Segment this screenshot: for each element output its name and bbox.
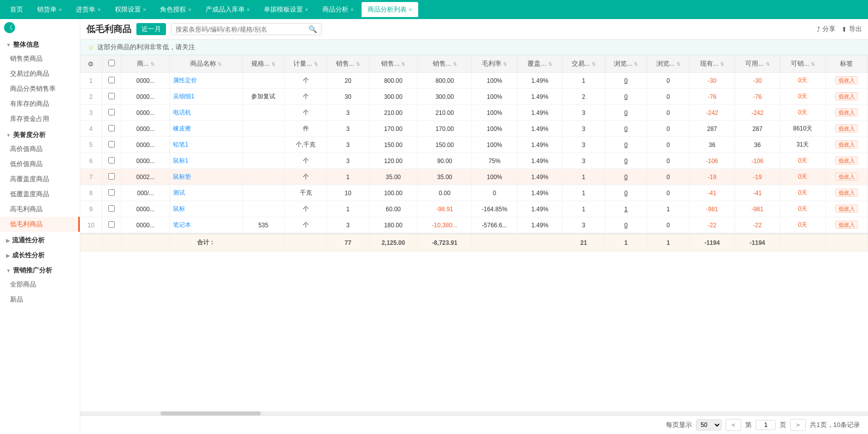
nav-sales-close[interactable]: × (59, 7, 62, 13)
nav-product-analysis-close[interactable]: × (351, 7, 354, 13)
search-input[interactable] (176, 26, 308, 33)
row-checkbox-input[interactable] (108, 125, 115, 131)
export-btn[interactable]: ⬆ 导出 (841, 25, 862, 34)
sidebar-item-new-goods[interactable]: 新品 (0, 292, 80, 307)
col-sellable[interactable]: 可销... ⇅ (780, 55, 825, 73)
col-sales-amount[interactable]: 销售... ⇅ (418, 55, 472, 73)
next-page-btn[interactable]: ＞ (790, 419, 806, 431)
row-checkbox[interactable] (102, 73, 121, 89)
col-sales-price[interactable]: 销售... ⇅ (369, 55, 417, 73)
row-name[interactable]: 笔记本 (169, 217, 242, 233)
nav-purchase[interactable]: 进货单 × (70, 2, 106, 17)
nav-home[interactable]: 首页 (4, 2, 29, 17)
row-name[interactable]: 铅笔1 (169, 137, 242, 153)
row-checkbox[interactable] (102, 89, 121, 105)
page-size-select[interactable]: 50 100 200 (696, 419, 722, 430)
row-checkbox-input[interactable] (108, 141, 115, 148)
sidebar-item-stock-capital[interactable]: 库存资金占用 (0, 111, 80, 126)
row-checkbox-input[interactable] (108, 77, 115, 83)
row-checkbox-input[interactable] (108, 109, 115, 115)
horizontal-scrollbar[interactable] (80, 411, 868, 415)
row-checkbox[interactable] (102, 169, 121, 185)
nav-template-close[interactable]: × (305, 7, 308, 13)
nav-role-close[interactable]: × (188, 7, 191, 13)
sidebar-item-category-rate[interactable]: 商品分类销售率 (0, 81, 80, 96)
row-checkbox[interactable] (102, 201, 121, 217)
col-current-stock[interactable]: 现有... ⇅ (689, 55, 735, 73)
row-checkbox[interactable] (102, 137, 121, 153)
row-checkbox[interactable] (102, 121, 121, 137)
nav-product-stock-close[interactable]: × (247, 7, 250, 13)
nav-permission-close[interactable]: × (143, 7, 146, 13)
col-gross-margin[interactable]: 毛利率 ⇅ (472, 55, 517, 73)
settings-icon[interactable]: ⚙ (88, 60, 94, 68)
row-checkbox[interactable] (102, 105, 121, 121)
sidebar-group-growth[interactable]: ▶ 成长性分析 (0, 247, 80, 262)
row-checkbox[interactable] (102, 153, 121, 169)
col-sales-qty[interactable]: 销售... ⇅ (327, 55, 369, 73)
row-checkbox-input[interactable] (108, 205, 115, 212)
row-name[interactable]: 测试 (169, 185, 242, 201)
row-view1[interactable]: 0 (605, 105, 647, 121)
row-view1[interactable]: 0 (605, 73, 647, 89)
col-unit[interactable]: 计量... ⇅ (284, 55, 326, 73)
nav-product-analysis[interactable]: 商品分析 × (316, 2, 360, 17)
sidebar-item-high-margin[interactable]: 高毛利商品 (0, 202, 80, 217)
page-num-input[interactable] (756, 420, 776, 430)
row-name[interactable]: 鼠标 (169, 201, 242, 217)
sidebar-item-in-stock[interactable]: 有库存的商品 (0, 96, 80, 111)
sidebar-item-low-coverage[interactable]: 低覆盖度商品 (0, 187, 80, 202)
col-checkbox[interactable] (102, 55, 121, 73)
row-checkbox-input[interactable] (108, 173, 115, 180)
row-checkbox[interactable] (102, 185, 121, 201)
sidebar-group-circulation[interactable]: ▶ 流通性分析 (0, 232, 80, 247)
col-trade-count[interactable]: 交易... ⇅ (563, 55, 605, 73)
sidebar-collapse-btn[interactable]: 《 (4, 22, 15, 33)
row-view1[interactable]: 0 (605, 217, 647, 233)
row-checkbox-input[interactable] (108, 221, 115, 228)
sidebar-item-high-value[interactable]: 高价值商品 (0, 141, 80, 157)
row-view1[interactable]: 0 (605, 121, 647, 137)
nav-purchase-close[interactable]: × (97, 7, 100, 13)
sidebar-group-marketing[interactable]: ▼ 营销推广分析 (0, 262, 80, 277)
row-checkbox-input[interactable] (108, 157, 115, 164)
sidebar-item-traded-goods[interactable]: 交易过的商品 (0, 66, 80, 81)
row-checkbox[interactable] (102, 217, 121, 233)
nav-template[interactable]: 单据模板设置 × (258, 2, 314, 17)
col-view2[interactable]: 浏览... ⇅ (647, 55, 689, 73)
nav-role[interactable]: 角色授权 × (154, 2, 197, 17)
row-view1[interactable]: 0 (605, 153, 647, 169)
col-spec[interactable]: 规格... ⇅ (242, 55, 284, 73)
row-name[interactable]: 吴细细1 (169, 89, 242, 105)
row-view1[interactable]: 0 (605, 185, 647, 201)
row-checkbox-input[interactable] (108, 93, 115, 99)
row-view1[interactable]: 0 (605, 169, 647, 185)
filter-btn[interactable]: 近一月 (136, 23, 166, 35)
row-name[interactable]: 属性定价 (169, 73, 242, 89)
row-view1[interactable]: 0 (605, 89, 647, 105)
share-btn[interactable]: ⤴ 分享 (817, 25, 835, 34)
prev-page-btn[interactable]: ＜ (726, 419, 741, 431)
col-code[interactable]: 商... ⇅ (121, 55, 169, 73)
sidebar-item-all-goods[interactable]: 全部商品 (0, 277, 80, 292)
col-settings[interactable]: ⚙ (80, 55, 102, 73)
col-tag[interactable]: 标签 (825, 55, 868, 73)
nav-sales[interactable]: 销货单 × (31, 2, 68, 17)
col-view1[interactable]: 浏览... ⇅ (605, 55, 647, 73)
sidebar-group-reputation[interactable]: ▼ 美誉度分析 (0, 126, 80, 141)
sidebar-item-low-value[interactable]: 低价值商品 (0, 157, 80, 172)
sidebar-item-sales-goods[interactable]: 销售类商品 (0, 51, 80, 66)
sidebar-item-low-margin[interactable]: 低毛利商品 (0, 217, 80, 232)
row-view1[interactable]: 0 (605, 137, 647, 153)
sidebar-item-high-coverage[interactable]: 高覆盖度商品 (0, 172, 80, 187)
nav-product-analysis-list-close[interactable]: × (409, 7, 412, 13)
search-icon[interactable]: 🔍 (308, 25, 317, 33)
col-coverage[interactable]: 覆盖... ⇅ (517, 55, 562, 73)
row-checkbox-input[interactable] (108, 189, 115, 196)
sidebar-group-overall[interactable]: ▼ 整体信息 (0, 36, 80, 51)
row-name[interactable]: 鼠标垫 (169, 169, 242, 185)
nav-product-analysis-list[interactable]: 商品分析列表 × (362, 2, 418, 17)
scrollbar-thumb[interactable] (160, 411, 261, 415)
nav-permission[interactable]: 权限设置 × (109, 2, 152, 17)
select-all-checkbox[interactable] (108, 60, 115, 66)
